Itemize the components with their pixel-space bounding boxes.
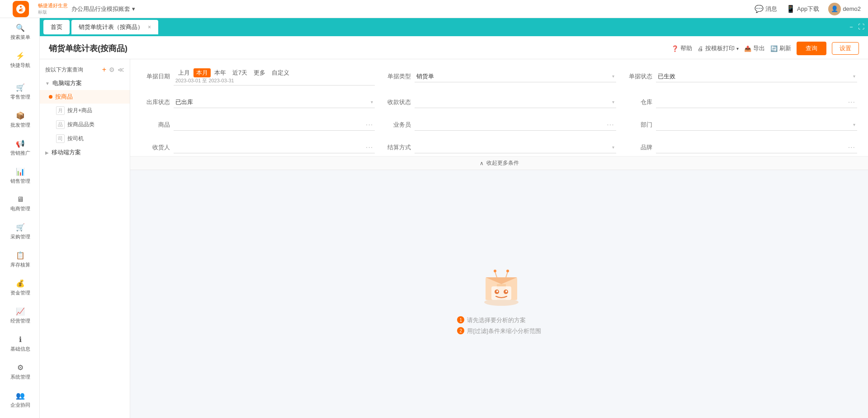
date-custom[interactable]: 自定义 xyxy=(269,69,292,77)
tab-home[interactable]: 首页 xyxy=(43,20,70,34)
app-name-dropdown[interactable]: 办公用品行业模拟账套 ▾ xyxy=(71,5,135,13)
filter-doc-status-label: 单据状态 xyxy=(623,72,656,81)
filter-brand-item: 品牌 ··· xyxy=(620,139,861,156)
wholesale-icon: 📦 xyxy=(16,111,25,120)
message-label: 消息 xyxy=(765,5,777,13)
help-btn[interactable]: ❓ 帮助 xyxy=(671,44,692,52)
collapse-btn[interactable]: ∧ 收起更多条件 xyxy=(130,156,868,170)
sidebar-item-marketing[interactable]: 📢 营销推广 xyxy=(0,134,39,162)
query-btn[interactable]: 查询 xyxy=(797,42,826,55)
app-download-btn[interactable]: 📱 App下载 xyxy=(786,5,819,13)
settings-btn[interactable]: 设置 xyxy=(832,42,859,55)
filter-receipt-status-item: 收款状态 ▾ xyxy=(378,94,619,111)
folder-mobile-arrow-icon: ▶ xyxy=(45,150,49,155)
user-profile[interactable]: 👤 demo2 xyxy=(828,3,861,15)
date-more[interactable]: 更多 xyxy=(251,69,268,77)
filter-doc-status-control[interactable]: 已生效 ▾ xyxy=(656,71,857,82)
sidebar-item-retail[interactable]: 🛒 零售管理 xyxy=(0,78,39,106)
export-icon: 📤 xyxy=(744,45,751,52)
date-prev-month[interactable]: 上月 xyxy=(175,69,193,77)
filter-salesperson-item: 业务员 ··· xyxy=(378,116,619,133)
sidebar-item-inventory[interactable]: 📋 库存核算 xyxy=(0,246,39,274)
page-title: 销货单统计表(按商品) xyxy=(49,43,127,54)
out-status-caret: ▾ xyxy=(371,100,373,104)
filter-section: 单据日期 上月 本月 本年 近7天 更多 自定义 20 xyxy=(130,59,868,170)
help-icon: ❓ xyxy=(671,45,679,52)
message-btn[interactable]: 💬 消息 xyxy=(755,5,777,13)
sidebar-item-search[interactable]: 🔍 搜索菜单 xyxy=(0,18,39,46)
tab-close-icon[interactable]: × xyxy=(148,24,151,30)
filter-doc-status-item: 单据状态 已生效 ▾ xyxy=(620,65,861,88)
tab-maximize-btn[interactable]: ⛶ xyxy=(858,23,864,31)
doc-status-caret: ▾ xyxy=(853,74,855,79)
tab-bar-actions: － ⛶ xyxy=(848,23,864,31)
sidebar-item-shortcuts[interactable]: ⚡ 快捷导航 xyxy=(0,46,39,74)
tree-folder-pc[interactable]: ▼ 电脑端方案 xyxy=(40,76,130,90)
page-actions: ❓ 帮助 🖨 按模板打印 ▾ 📤 导出 🔄 刷新 查询 设置 xyxy=(671,42,859,55)
illustration-box xyxy=(470,250,528,309)
filter-row-3: 商品 ··· 业务员 ··· xyxy=(130,111,868,133)
template-print-label: 按模板打印 xyxy=(705,44,735,52)
sidebar-item-wholesale[interactable]: 📦 批发管理 xyxy=(0,106,39,134)
tab-sales-report[interactable]: 销货单统计表（按商品） × xyxy=(71,20,158,34)
sidebar-item-operations[interactable]: 📈 经营管理 xyxy=(0,302,39,330)
brand-dots: ··· xyxy=(848,143,855,152)
filter-out-status-item: 出库状态 已出库 ▾ xyxy=(137,94,378,111)
filter-payment-label: 结算方式 xyxy=(382,143,415,152)
filter-receiver-item: 收货人 ··· xyxy=(137,139,378,156)
sidebar-label-wholesale: 批发管理 xyxy=(10,122,30,128)
tree-add-icon[interactable]: + xyxy=(102,66,106,74)
tree-collapse-icon[interactable]: ≪ xyxy=(118,66,124,73)
sidebar-item-guide[interactable]: 🎓 新手引导 xyxy=(0,414,39,418)
tree-settings-icon[interactable]: ⚙ xyxy=(109,66,115,73)
filter-doc-type-control[interactable]: 销货单 ▾ xyxy=(415,71,616,82)
tab-minimize-btn[interactable]: － xyxy=(848,23,854,31)
date-current-month[interactable]: 本月 xyxy=(193,68,211,77)
shortcuts-icon: ⚡ xyxy=(16,52,25,60)
sidebar-item-purchase[interactable]: 🛒 采购管理 xyxy=(0,218,39,246)
template-print-btn[interactable]: 🖨 按模板打印 ▾ xyxy=(698,44,739,52)
tree-folder-mobile[interactable]: ▶ 移动端方案 xyxy=(40,146,130,159)
sidebar-label-inventory: 库存核算 xyxy=(10,261,30,268)
filter-payment-control[interactable]: ▾ xyxy=(415,142,616,153)
sidebar-label-purchase: 采购管理 xyxy=(10,233,30,240)
date-current-year[interactable]: 本年 xyxy=(212,69,229,77)
filter-warehouse-control[interactable]: ··· xyxy=(656,96,857,108)
sidebar-item-basic-info[interactable]: ℹ 基础信息 xyxy=(0,330,39,358)
filter-receipt-status-control[interactable]: ▾ xyxy=(415,96,616,108)
sidebar-item-finance[interactable]: 💰 资金管理 xyxy=(0,274,39,302)
refresh-btn[interactable]: 🔄 刷新 xyxy=(770,44,791,52)
export-btn[interactable]: 📤 导出 xyxy=(744,44,765,52)
sidebar-label-marketing: 营销推广 xyxy=(10,150,30,157)
tree-sub-node-driver[interactable]: 司 按司机 xyxy=(40,132,130,146)
tree-sub-node-monthly[interactable]: 月 按月+商品 xyxy=(40,104,130,118)
hint-text-2: 用[过滤]条件来缩小分析范围 xyxy=(467,327,541,335)
marketing-icon: 📢 xyxy=(16,139,25,148)
export-label: 导出 xyxy=(753,44,765,52)
print-icon: 🖨 xyxy=(698,45,703,52)
filter-warehouse-label: 仓库 xyxy=(623,98,656,106)
filter-out-status-control[interactable]: 已出库 ▾ xyxy=(174,96,375,108)
enterprise-icon: 👥 xyxy=(16,391,25,400)
empty-state: 1 请先选择要分析的方案 2 用[过滤]条件来缩小分析范围 xyxy=(130,170,868,418)
tree-folder-mobile-label: 移动端方案 xyxy=(52,148,81,157)
folder-arrow-icon: ▼ xyxy=(45,81,50,86)
dropdown-arrow: ▾ xyxy=(132,5,135,12)
payment-caret: ▾ xyxy=(612,145,614,150)
filter-receiver-control[interactable]: ··· xyxy=(174,142,375,153)
filter-brand-control[interactable]: ··· xyxy=(656,142,857,153)
sidebar-item-system[interactable]: ⚙ 系统管理 xyxy=(0,358,39,386)
svg-point-9 xyxy=(496,290,498,292)
sidebar-item-sales[interactable]: 📊 销售管理 xyxy=(0,162,39,190)
date-7days[interactable]: 近7天 xyxy=(230,69,250,77)
filter-date-control[interactable]: 上月 本月 本年 近7天 更多 自定义 2023-03-01 至 2023-03… xyxy=(174,67,375,86)
sidebar-label-system: 系统管理 xyxy=(10,374,30,380)
filter-dept-control[interactable]: ▾ xyxy=(656,119,857,131)
tree-node-label-active: 按商品 xyxy=(55,93,73,101)
tree-node-by-product[interactable]: 按商品 xyxy=(40,90,130,104)
tree-sub-node-category[interactable]: 品 按商品品类 xyxy=(40,118,130,132)
sidebar-item-enterprise[interactable]: 👥 企业协同 xyxy=(0,386,39,414)
sidebar-item-ecommerce[interactable]: 🖥 电商管理 xyxy=(0,190,39,218)
filter-goods-control[interactable]: ··· xyxy=(174,119,375,131)
filter-salesperson-control[interactable]: ··· xyxy=(415,119,616,131)
